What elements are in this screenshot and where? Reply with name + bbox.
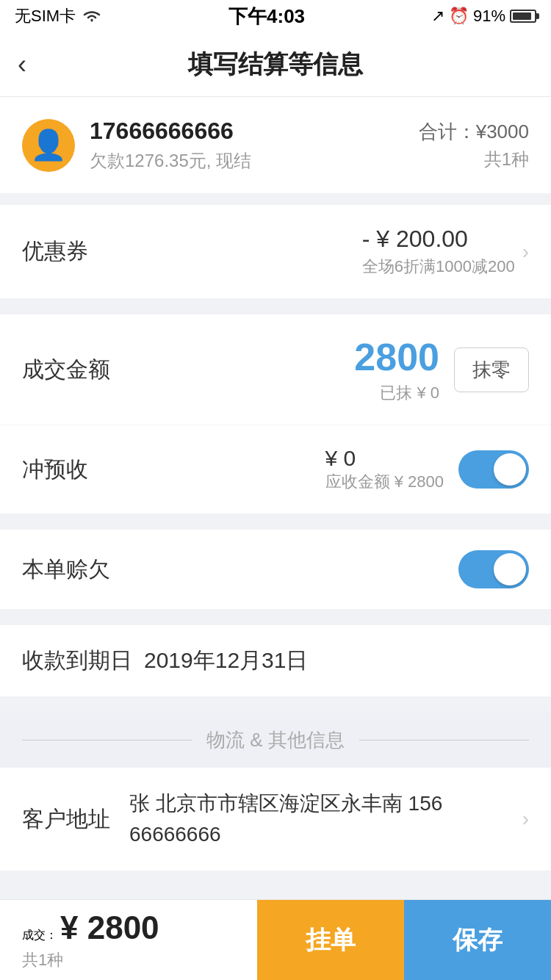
due-date-row: 收款到期日 2019年12月31日	[0, 625, 551, 696]
total-count: 共1种	[419, 148, 529, 171]
prepayment-row: 冲预收 ¥ 0 应收金额 ¥ 2800	[0, 425, 551, 514]
prepayment-right: ¥ 0 应收金额 ¥ 2800	[325, 446, 529, 493]
prepayment-sub: 应收金额 ¥ 2800	[325, 471, 444, 493]
customer-left: 👤 17666666666 欠款1276.35元, 现结	[22, 118, 251, 173]
section-divider-4	[0, 698, 551, 713]
customer-phone: 17666666666	[90, 118, 251, 145]
coupon-discount: - ¥ 200.00	[362, 226, 515, 253]
due-date-label: 收款到期日	[22, 646, 132, 676]
chevron-right-icon: ›	[522, 240, 529, 264]
nav-bar: ‹ 填写结算等信息	[0, 32, 551, 97]
coupon-desc: 全场6折满1000减200	[362, 256, 515, 278]
battery-fill	[513, 12, 531, 20]
debt-row: 本单赊欠	[0, 530, 551, 609]
address-chevron-icon: ›	[522, 807, 529, 831]
content: 👤 17666666666 欠款1276.35元, 现结 合计：¥3000 共1…	[0, 97, 551, 980]
prepayment-info: ¥ 0 应收金额 ¥ 2800	[325, 446, 444, 493]
customer-info: 17666666666 欠款1276.35元, 现结	[90, 118, 251, 173]
prepayment-amount: ¥ 0	[325, 446, 444, 471]
coupon-info: - ¥ 200.00 全场6折满1000减200	[362, 226, 515, 278]
logistics-line-left	[22, 740, 192, 741]
battery-percent: 91%	[473, 7, 505, 26]
save-button[interactable]: 保存	[404, 900, 551, 980]
alarm-icon: ⏰	[449, 7, 469, 26]
prepayment-label: 冲预收	[22, 455, 88, 485]
status-right: ↗ ⏰ 91%	[431, 7, 536, 26]
avatar-icon: 👤	[30, 128, 67, 162]
status-time: 下午4:03	[228, 4, 305, 29]
logistics-line-right	[359, 740, 529, 741]
bottom-btn-group: 挂单 保存	[257, 900, 551, 980]
coupon-row[interactable]: 优惠券 - ¥ 200.00 全场6折满1000减200 ›	[0, 205, 551, 298]
debt-label: 本单赊欠	[22, 555, 110, 585]
back-button[interactable]: ‹	[18, 49, 26, 80]
transaction-amount-row: 成交金额 2800 已抹 ¥ 0 抹零	[0, 314, 551, 425]
address-label: 客户地址	[22, 804, 118, 835]
carrier-label: 无SIM卡	[15, 5, 76, 27]
bottom-amount: ¥ 2800	[60, 909, 159, 946]
bottom-bar: 成交： ¥ 2800 共1种 挂单 保存	[0, 899, 551, 980]
debt-toggle-knob	[494, 553, 526, 586]
section-divider-1	[0, 300, 551, 314]
amount-info: 2800 已抹 ¥ 0	[354, 335, 439, 404]
round-zero-button[interactable]: 抹零	[454, 347, 529, 392]
toggle-knob	[494, 453, 526, 486]
total-amount: 合计：¥3000	[419, 119, 529, 145]
bottom-count: 共1种	[22, 949, 235, 971]
bottom-transaction-label: 成交：	[22, 928, 57, 943]
debt-toggle[interactable]	[458, 550, 529, 588]
bottom-total: 成交： ¥ 2800 共1种	[0, 909, 257, 971]
nav-title: 填写结算等信息	[188, 48, 363, 82]
transaction-section: 成交金额 2800 已抹 ¥ 0 抹零 冲预收 ¥ 0 应收金额 ¥ 2800	[0, 314, 551, 514]
address-row[interactable]: 客户地址 张 北京市市辖区海淀区永丰南 156 66666666 ›	[0, 768, 551, 871]
coupon-label: 优惠券	[22, 237, 88, 267]
wifi-icon	[82, 9, 102, 24]
transaction-right: 2800 已抹 ¥ 0 抹零	[354, 335, 529, 404]
address-content: 张 北京市市辖区海淀区永丰南 156 66666666	[118, 788, 522, 850]
transaction-sub: 已抹 ¥ 0	[354, 382, 439, 404]
avatar: 👤	[22, 119, 75, 172]
prepayment-toggle[interactable]	[458, 450, 529, 489]
section-divider-2	[0, 515, 551, 530]
status-left: 无SIM卡	[15, 5, 102, 27]
customer-sub: 欠款1276.35元, 现结	[90, 149, 251, 173]
transaction-amount: 2800	[354, 335, 439, 379]
due-date-value: 2019年12月31日	[144, 646, 308, 676]
location-icon: ↗	[431, 7, 444, 26]
customer-card: 👤 17666666666 欠款1276.35元, 现结 合计：¥3000 共1…	[0, 97, 551, 193]
battery-icon	[510, 10, 536, 23]
section-divider-3	[0, 610, 551, 625]
pending-button[interactable]: 挂单	[257, 900, 404, 980]
status-bar: 无SIM卡 下午4:03 ↗ ⏰ 91%	[0, 0, 551, 32]
customer-right: 合计：¥3000 共1种	[419, 119, 529, 171]
logistics-header: 物流 & 其他信息	[0, 713, 551, 768]
transaction-label: 成交金额	[22, 355, 110, 385]
debt-section: 本单赊欠	[0, 530, 551, 609]
coupon-right: - ¥ 200.00 全场6折满1000减200 ›	[362, 226, 529, 278]
logistics-label: 物流 & 其他信息	[206, 727, 345, 753]
